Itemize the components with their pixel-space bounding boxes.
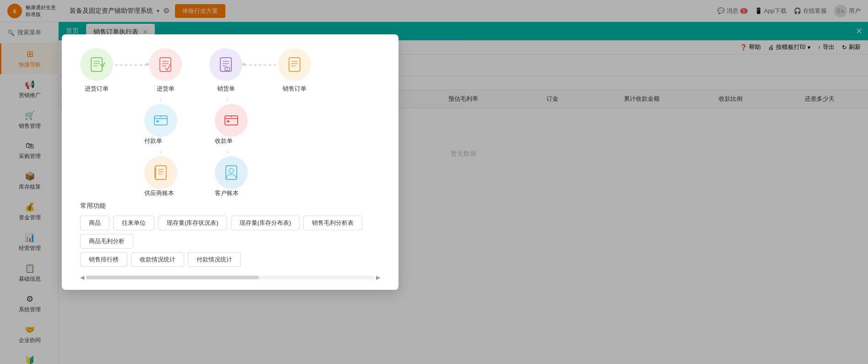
func-buttons-row1: 商品 往来单位 现存量(库存状况表) 现存量(库存分布表) 销售毛利分析表 商品… [80,216,380,249]
scroll-left-button[interactable]: ◀ [80,274,84,281]
flow-node-payment[interactable]: ¥ 付款单 [144,104,177,145]
scrollbar-thumb[interactable] [86,276,259,279]
scrollbar-track [86,276,374,279]
receipt-circle: ¥ [215,104,248,137]
payment-circle: ¥ [144,104,177,137]
scroll-right-button[interactable]: ▶ [376,274,380,281]
flow-node-sales-order[interactable]: 销售订单 [278,48,311,93]
right-flow-col: 销货单 ◀ 销售订单 [209,48,311,197]
func-btn-sales-profit-analysis[interactable]: 销售毛利分析表 [303,216,362,230]
svg-rect-6 [160,58,171,71]
func-btn-stock-dist[interactable]: 现存量(库存分布表) [231,216,300,230]
svg-text:¥: ¥ [230,114,233,119]
func-btn-product-profit[interactable]: 商品毛利分析 [80,234,133,249]
popup-scrollbar: ◀ ▶ [80,274,380,281]
purchase-order-circle [80,48,113,81]
func-buttons-row2: 销售排行榜 收款情况统计 付款情况统计 [80,252,380,267]
flow-node-sales-bill[interactable]: 销货单 [209,48,242,93]
flow-diagram: 进货订单 ▶ [80,48,380,197]
svg-point-34 [229,168,234,173]
customer-ledger-circle [215,156,248,189]
arrow-sales: ◀ [242,65,278,76]
common-functions: 常用功能 商品 往来单位 现存量(库存状况表) 现存量(库存分布表) 销售毛利分… [80,202,380,267]
func-btn-counterparty[interactable]: 往来单位 [113,216,154,230]
arrow-down-payment-to-supplier: ↓ [159,145,163,156]
arrow-purchase: ▶ [113,65,149,76]
flow-node-receipt[interactable]: ¥ 收款单 [215,104,248,145]
svg-rect-15 [154,167,156,178]
arrow-down-sales-to-receipt: ↓ [226,93,229,104]
flow-node-purchase-order[interactable]: 进货订单 [80,48,113,93]
quick-nav-popup: 进货订单 ▶ [62,34,399,290]
svg-rect-31 [227,120,229,122]
flow-node-purchase-bill[interactable]: 进货单 [149,48,182,93]
flow-node-customer-ledger[interactable]: 客户账本 [215,156,248,197]
arrow-down-purchase-to-payment: ↓ [159,93,163,104]
func-btn-stock-status[interactable]: 现存量(库存状况表) [158,216,227,230]
purchase-bill-circle [149,48,182,81]
left-flow-col: 进货订单 ▶ [80,48,182,197]
flow-node-supplier-ledger[interactable]: 供应商账本 [144,156,177,197]
func-btn-receipt-stats[interactable]: 收款情况统计 [131,252,184,267]
purchase-row: 进货订单 ▶ [80,48,182,93]
func-btn-payment-stats[interactable]: 付款情况统计 [188,252,241,267]
svg-rect-25 [289,58,300,71]
svg-rect-14 [155,166,166,179]
common-func-title: 常用功能 [80,202,380,210]
arrow-down-receipt-to-customer: ↓ [226,145,229,156]
sales-bill-circle [209,48,242,81]
supplier-ledger-circle [144,156,177,189]
sales-row: 销货单 ◀ 销售订单 [209,48,311,93]
func-btn-product[interactable]: 商品 [80,216,109,230]
sales-order-circle [278,48,311,81]
svg-rect-33 [226,166,237,179]
func-btn-sales-ranking[interactable]: 销售排行榜 [80,252,127,267]
svg-rect-12 [156,120,159,122]
svg-text:¥: ¥ [159,114,162,119]
